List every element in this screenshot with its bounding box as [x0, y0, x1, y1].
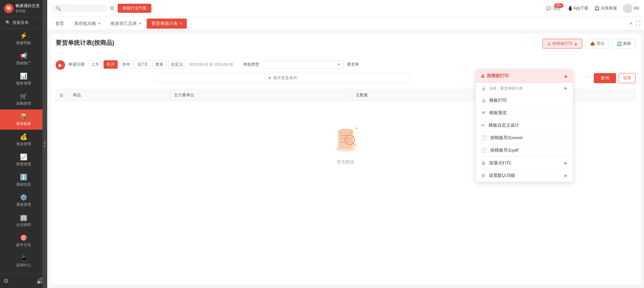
th-product: 商品: [69, 90, 171, 101]
tab-inventory-batch-close[interactable]: ×: [98, 21, 100, 26]
user-avatar[interactable]: Rit: [623, 4, 639, 13]
settings-btn[interactable]: 设置: [619, 73, 636, 83]
set-default-left: ⚙ 设置默认功能: [481, 172, 515, 179]
sidebar-item-newbie[interactable]: 🎯 新手引导: [0, 231, 47, 251]
sidebar-item-inventory[interactable]: 📦 库存核算: [0, 109, 47, 130]
order-type-select[interactable]: ▼: [263, 61, 344, 69]
date-btn-more[interactable]: 更多: [152, 60, 167, 69]
sales-icon: 📊: [20, 72, 27, 80]
date-group: 上月 本月 本年 近7天 更多 自定义: [88, 60, 186, 69]
sidebar-item-finance[interactable]: 💰 资金管理: [0, 130, 47, 150]
sidebar-item-basic[interactable]: ℹ️ 基础信息: [0, 170, 47, 190]
tab-receipt-summary-close[interactable]: ×: [139, 21, 141, 26]
tab-receipt-summary[interactable]: 收发存汇总表 ×: [106, 19, 146, 29]
table-gear-icon[interactable]: ⚙: [59, 93, 64, 98]
tab-maximize-icon[interactable]: ⛶: [635, 21, 641, 27]
sidebar-scroll[interactable]: ▲ ▼: [42, 0, 47, 288]
tab-order-stats[interactable]: 要货单统计表 ×: [147, 19, 187, 29]
online-service-btn[interactable]: 🎧 在线客服: [594, 5, 617, 11]
sidebar-item-purchase[interactable]: 🛒 采购管理: [0, 89, 47, 109]
template-print-icon: 🖨: [481, 98, 486, 103]
print-dropdown-item-template-preview[interactable]: 👁 模板预览: [476, 107, 573, 119]
scroll-down-icon: ▼: [43, 144, 47, 148]
more-dots-btn[interactable]: ···: [586, 73, 591, 83]
svg-text:✦: ✦: [357, 132, 359, 135]
sidebar-search-menu[interactable]: 🔍 搜索菜单: [0, 17, 47, 29]
print-dropdown-title-icon: 🖨: [480, 73, 485, 78]
sidebar-item-enterprise[interactable]: 🏢 企业协同: [0, 211, 47, 231]
finance-label: 资金管理: [16, 141, 31, 147]
search-menu-label: 搜索菜单: [12, 20, 29, 26]
online-service-label: 在线客服: [601, 5, 617, 11]
basic-label: 基础信息: [16, 182, 31, 187]
yaohuotype-label: 要货单: [347, 62, 359, 67]
filter-expand-btn[interactable]: ▶: [56, 60, 65, 70]
print-dropdown-item-export-pdf[interactable]: 📄 按模板导出pdf: [476, 144, 573, 157]
print-dropdown-close-btn[interactable]: ▲: [563, 73, 568, 78]
svg-text:✦: ✦: [355, 126, 358, 131]
app-download-icon: 📲: [567, 6, 572, 11]
date-filter-label: 单据日期: [68, 62, 85, 67]
date-btn-current-month[interactable]: 本月: [104, 60, 118, 69]
sidebar: 畅 畅康通好生意 标准版 🔍 搜索菜单 ⚡ 快捷导航 📢 营销推广 📊 销售管理…: [0, 0, 47, 288]
filter-bar: 单据日期 上月 本月 本年 近7天 更多 自定义 2023-06-01 至 20…: [68, 60, 636, 69]
newbie-icon: 🎯: [20, 234, 27, 242]
expand-icon: ▼: [268, 76, 272, 81]
topbar-gear-icon[interactable]: ⚙: [110, 5, 114, 11]
sidebar-item-marketing[interactable]: 📢 营销推广: [0, 49, 47, 69]
date-btn-custom[interactable]: 自定义: [168, 60, 186, 69]
print-btn[interactable]: 🖨 按模板打印 ▲: [543, 39, 582, 49]
date-btn-current-year[interactable]: 本年: [119, 60, 133, 69]
order-type-label: 单据类型: [243, 62, 259, 67]
sidebar-item-operation[interactable]: 📈 经营管理: [0, 150, 47, 170]
user-name: Rit: [634, 6, 639, 11]
th-quantity: 主数量: [352, 90, 480, 101]
sidebar-item-sales[interactable]: 📊 销售管理: [0, 69, 47, 89]
enterprise-label: 企业协同: [16, 222, 31, 227]
svg-line-9: [353, 143, 356, 146]
message-btn[interactable]: 💬 消息 99+: [546, 5, 561, 11]
enterprise-icon: 🏢: [20, 214, 27, 221]
app-download-btn[interactable]: 📲 App下载: [567, 5, 588, 11]
topbar-left: 🔍 ⚙ 体验行业方案: [52, 4, 151, 13]
basic-icon: ℹ️: [20, 173, 27, 181]
export-btn[interactable]: 📤 导出: [586, 39, 609, 49]
quick-nav-icon: ⚡: [20, 32, 27, 39]
tab-home-label: 首页: [55, 21, 64, 27]
expand-conditions-btn[interactable]: ▼ 展开更多条件: [154, 73, 411, 83]
tab-receipt-summary-label: 收发存汇总表: [111, 21, 137, 27]
message-badge: 99+: [554, 3, 563, 8]
print-dropdown-item-template-design[interactable]: ✏ 模板自定义设计: [476, 119, 573, 132]
print-dropdown-item-template-print[interactable]: 🖨 模板打印: [476, 94, 573, 107]
print-dropdown-item-export-excel[interactable]: 📄 按模板导出excel: [476, 132, 573, 144]
print-dropdown-display-print[interactable]: 🖥 按显示打印 ▶: [476, 157, 573, 169]
query-btn[interactable]: 查询: [594, 73, 616, 83]
date-btn-last-7-days[interactable]: 近7天: [135, 60, 151, 69]
experience-btn[interactable]: 体验行业方案: [118, 4, 151, 13]
th-unit: 主计量单位: [170, 90, 352, 101]
sidebar-item-wechat[interactable]: 💬 企业微信: [0, 271, 47, 274]
tab-inventory-batch[interactable]: 库存批次账 ×: [69, 19, 105, 29]
topbar-search-box[interactable]: 🔍: [52, 4, 106, 12]
print-dropdown-current[interactable]: 🖨 当前：要货单统计表 ▶: [476, 83, 573, 94]
refresh-btn-label: 刷新: [623, 41, 631, 46]
sidebar-item-app[interactable]: 📱 应用中心: [0, 251, 47, 271]
settings-bottom-icon[interactable]: ⚙: [3, 277, 9, 285]
tab-order-stats-close[interactable]: ×: [180, 21, 182, 26]
message-icon: 💬: [546, 6, 551, 11]
date-btn-last-month[interactable]: 上月: [88, 60, 102, 69]
tab-home[interactable]: 首页: [51, 19, 69, 29]
tab-close-all-icon[interactable]: ×: [630, 21, 633, 27]
purchase-label: 采购管理: [16, 101, 31, 106]
order-type-arrow-icon: ▼: [336, 62, 341, 67]
export-excel-label: 按模板导出excel: [490, 135, 522, 141]
topbar-search-input[interactable]: [61, 6, 101, 11]
sidebar-item-quick-nav[interactable]: ⚡ 快捷导航: [0, 29, 47, 49]
template-design-label: 模板自定义设计: [489, 122, 519, 128]
sidebar-item-system[interactable]: ⚙️ 系统管理: [0, 190, 47, 211]
display-print-icon: 🖥: [481, 160, 486, 166]
set-default-icon: ⚙: [481, 173, 486, 178]
print-dropdown-set-default[interactable]: ⚙ 设置默认功能 ▶: [476, 169, 573, 182]
refresh-btn[interactable]: 🔄 刷新: [612, 39, 636, 49]
svg-point-8: [346, 136, 353, 143]
